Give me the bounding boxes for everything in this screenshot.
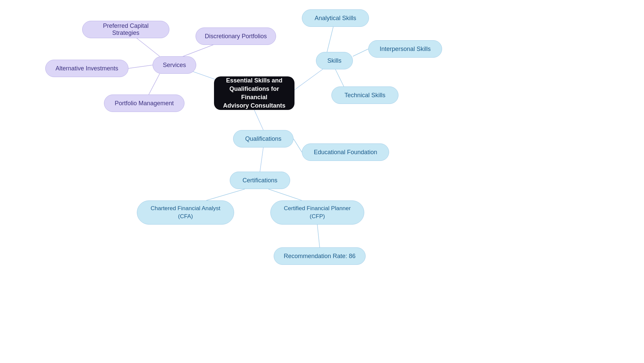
portfolio-management-node: Portfolio Management [104, 95, 184, 112]
svg-line-8 [335, 69, 344, 86]
svg-line-9 [254, 110, 263, 130]
preferred-capital-node: Preferred Capital Strategies [82, 21, 169, 38]
cfa-node: Chartered Financial Analyst (CFA) [137, 200, 234, 225]
svg-line-13 [268, 189, 302, 200]
svg-line-12 [206, 189, 245, 200]
svg-line-14 [317, 225, 320, 247]
svg-line-7 [353, 49, 368, 56]
certifications-node: Certifications [230, 172, 290, 189]
technical-skills-node: Technical Skills [331, 86, 398, 104]
alternative-investments-node: Alternative Investments [45, 60, 128, 77]
svg-line-11 [260, 147, 263, 172]
discretionary-portfolios-node: Discretionary Portfolios [196, 27, 276, 45]
svg-line-3 [128, 65, 153, 68]
recommendation-rate-node: Recommendation Rate: 86 [274, 247, 366, 265]
svg-line-10 [293, 139, 302, 152]
qualifications-node: Qualifications [233, 130, 293, 147]
services-node: Services [153, 56, 196, 74]
analytical-skills-node: Analytical Skills [302, 9, 369, 27]
skills-node: Skills [316, 52, 353, 69]
cfp-node: Certified Financial Planner (CFP) [270, 200, 364, 225]
interpersonal-skills-node: Interpersonal Skills [368, 40, 442, 58]
center-node: Essential Skills and Qualifications for … [214, 76, 294, 110]
educational-foundation-node: Educational Foundation [302, 143, 389, 161]
